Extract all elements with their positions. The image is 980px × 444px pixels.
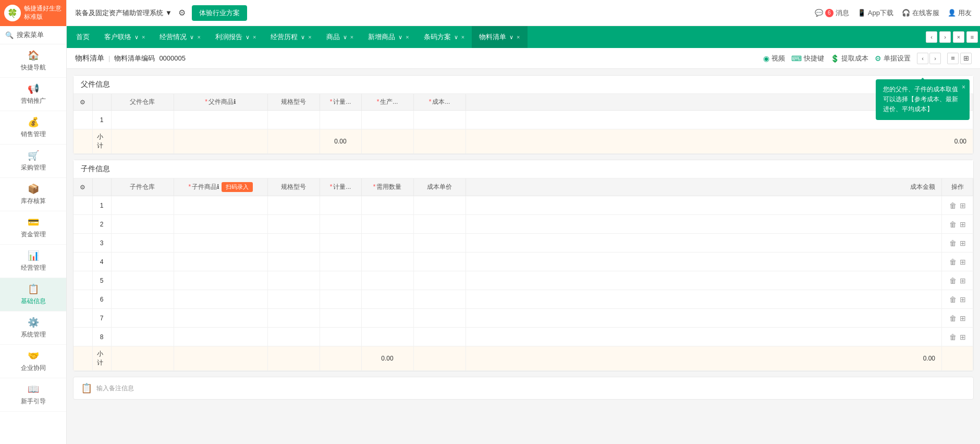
child-cell-needed[interactable] xyxy=(361,271,413,290)
tab-close-icon[interactable]: × xyxy=(461,34,464,40)
extract-cost-action[interactable]: 💲 提取成本 xyxy=(830,54,868,63)
child-cell-warehouse[interactable] xyxy=(111,328,174,346)
scan-button[interactable]: 扫码录入 xyxy=(222,182,253,192)
child-cell-unit-cost[interactable] xyxy=(413,253,466,271)
shortcut-action[interactable]: ⌨ 快捷键 xyxy=(791,54,824,63)
tab-close-icon[interactable]: × xyxy=(350,34,353,40)
child-cell-needed[interactable] xyxy=(361,253,413,271)
child-cell-warehouse[interactable] xyxy=(111,253,174,271)
child-cell-spec[interactable] xyxy=(267,196,320,215)
child-cell-product[interactable] xyxy=(174,309,267,328)
next-record-btn[interactable]: › xyxy=(929,53,941,64)
tab-close-icon[interactable]: × xyxy=(406,34,409,40)
child-cell-needed[interactable] xyxy=(361,290,413,309)
child-cell-warehouse[interactable] xyxy=(111,290,174,309)
delete-row-btn[interactable]: 🗑 xyxy=(949,258,957,266)
child-cell-warehouse[interactable] xyxy=(111,196,174,215)
parent-cell-product[interactable] xyxy=(174,111,267,129)
tooltip-close-btn[interactable]: × xyxy=(962,82,965,92)
child-col-settings[interactable]: ⚙ xyxy=(74,178,92,196)
tab-operation-status[interactable]: 经营情况∨× xyxy=(152,26,207,48)
parent-cell-spec[interactable] xyxy=(267,111,320,129)
child-cell-spec[interactable] xyxy=(267,215,320,234)
child-cell-warehouse[interactable] xyxy=(111,234,174,253)
user-avatar[interactable]: 👤 用友 xyxy=(948,8,972,18)
list-view-btn[interactable]: ≡ xyxy=(947,53,959,64)
sidebar-item-basic-info[interactable]: 📋 基础信息 xyxy=(0,278,66,311)
delete-row-btn[interactable]: 🗑 xyxy=(949,277,957,285)
tab-menu-btn[interactable]: ≡ xyxy=(966,31,978,43)
child-cell-warehouse[interactable] xyxy=(111,309,174,328)
parent-cell-production[interactable] xyxy=(361,111,413,129)
parent-cell-warehouse[interactable] xyxy=(111,111,174,129)
copy-row-btn[interactable]: ⊞ xyxy=(960,258,966,266)
child-cell-spec[interactable] xyxy=(267,309,320,328)
child-cell-product[interactable] xyxy=(174,253,267,271)
child-cell-warehouse[interactable] xyxy=(111,215,174,234)
child-cell-unit[interactable] xyxy=(320,196,361,215)
tab-next-btn[interactable]: › xyxy=(939,31,951,43)
tab-home[interactable]: 首页 xyxy=(69,26,97,48)
child-cell-needed[interactable] xyxy=(361,309,413,328)
copy-row-btn[interactable]: ⊞ xyxy=(960,277,966,285)
child-cell-spec[interactable] xyxy=(267,234,320,253)
view-action[interactable]: ◉ 视频 xyxy=(763,54,785,63)
child-cell-unit-cost[interactable] xyxy=(413,309,466,328)
child-cell-warehouse[interactable] xyxy=(111,271,174,290)
child-cell-unit[interactable] xyxy=(320,215,361,234)
parent-cell-unit[interactable] xyxy=(320,111,361,129)
online-service-button[interactable]: 🎧 在线客服 xyxy=(902,8,939,18)
child-cell-unit-cost[interactable] xyxy=(413,215,466,234)
tab-barcode[interactable]: 条码方案∨× xyxy=(416,26,472,48)
child-cell-unit[interactable] xyxy=(320,234,361,253)
tab-close-all-btn[interactable]: × xyxy=(953,31,964,43)
sidebar-item-marketing[interactable]: 📢 营销推广 xyxy=(0,78,66,111)
child-cell-unit[interactable] xyxy=(320,253,361,271)
sidebar-item-operation[interactable]: 📊 经营管理 xyxy=(0,245,66,278)
copy-row-btn[interactable]: ⊞ xyxy=(960,314,966,322)
sidebar-item-sales[interactable]: 💰 销售管理 xyxy=(0,111,66,145)
grid-view-btn[interactable]: ⊞ xyxy=(960,53,972,64)
tab-prev-btn[interactable]: ‹ xyxy=(926,31,937,43)
gear-settings-icon[interactable]: ⚙ xyxy=(178,8,186,18)
tab-product[interactable]: 商品∨× xyxy=(319,26,361,48)
delete-row-btn[interactable]: 🗑 xyxy=(949,333,957,341)
child-cell-unit[interactable] xyxy=(320,271,361,290)
delete-row-btn[interactable]: 🗑 xyxy=(949,239,957,247)
tab-close-icon[interactable]: × xyxy=(142,34,145,40)
child-cell-product[interactable] xyxy=(174,290,267,309)
parent-cell-cost[interactable] xyxy=(413,111,466,129)
child-cell-unit[interactable] xyxy=(320,290,361,309)
child-cell-unit-cost[interactable] xyxy=(413,196,466,215)
tab-add-product[interactable]: 新增商品∨× xyxy=(361,26,416,48)
child-cell-unit[interactable] xyxy=(320,309,361,328)
sidebar-item-enterprise[interactable]: 🤝 企业协同 xyxy=(0,345,66,378)
child-cell-product[interactable] xyxy=(174,328,267,346)
tab-history[interactable]: 经营历程∨× xyxy=(263,26,318,48)
child-cell-spec[interactable] xyxy=(267,271,320,290)
child-cell-spec[interactable] xyxy=(267,290,320,309)
sidebar-item-guide[interactable]: 📖 新手引导 xyxy=(0,378,66,412)
sidebar-item-finance[interactable]: 💳 资金管理 xyxy=(0,211,66,245)
child-cell-product[interactable] xyxy=(174,215,267,234)
tab-bom[interactable]: 物料清单∨× xyxy=(472,26,527,48)
copy-row-btn[interactable]: ⊞ xyxy=(960,239,966,247)
search-menu[interactable]: 🔍 搜索菜单 xyxy=(0,26,66,44)
delete-row-btn[interactable]: 🗑 xyxy=(949,220,957,229)
child-cell-spec[interactable] xyxy=(267,253,320,271)
child-cell-needed[interactable] xyxy=(361,234,413,253)
app-download-button[interactable]: 📱 App下载 xyxy=(858,8,893,18)
copy-row-btn[interactable]: ⊞ xyxy=(960,295,966,304)
child-cell-product[interactable] xyxy=(174,271,267,290)
child-cell-unit-cost[interactable] xyxy=(413,328,466,346)
sidebar-item-quick-nav[interactable]: 🏠 快捷导航 xyxy=(0,44,66,78)
child-cell-product[interactable] xyxy=(174,196,267,215)
child-cell-unit[interactable] xyxy=(320,328,361,346)
tab-profit[interactable]: 利润报告∨× xyxy=(208,26,263,48)
delete-row-btn[interactable]: 🗑 xyxy=(949,314,957,322)
tab-close-icon[interactable]: × xyxy=(308,34,311,40)
child-cell-unit-cost[interactable] xyxy=(413,234,466,253)
copy-row-btn[interactable]: ⊞ xyxy=(960,220,966,229)
message-button[interactable]: 💬 6 消息 xyxy=(815,8,849,18)
tab-customer[interactable]: 客户联络∨× xyxy=(97,26,152,48)
